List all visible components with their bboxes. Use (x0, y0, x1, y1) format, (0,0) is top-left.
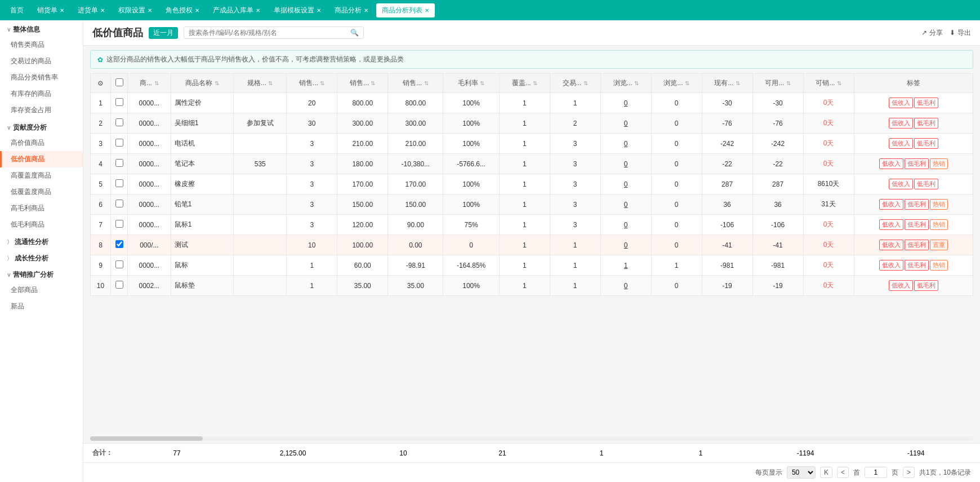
nav-close-permission[interactable]: ✕ (148, 7, 152, 14)
th-sale-qty[interactable]: 销售... ⇅ (287, 74, 337, 93)
collapse-liquidity-icon[interactable]: 〉 (7, 238, 12, 246)
browse1-link[interactable]: 0 (624, 120, 628, 127)
nav-template[interactable]: 单据模板设置 ✕ (268, 3, 327, 17)
th-browse1[interactable]: 浏览... ⇅ (600, 74, 651, 93)
per-page-select[interactable]: 50 100 200 (787, 466, 816, 479)
nav-close-purchase[interactable]: ✕ (100, 7, 105, 14)
cell-browse1[interactable]: 0 (600, 276, 651, 296)
sidebar-item-new-goods[interactable]: 新品 (0, 298, 83, 315)
cell-index: 2 (91, 113, 111, 134)
nav-home[interactable]: 首页 (5, 3, 29, 17)
nav-role[interactable]: 角色授权 ✕ (160, 3, 205, 17)
th-profit-rate[interactable]: 毛利率 ⇅ (443, 74, 499, 93)
cell-browse1[interactable]: 0 (600, 194, 651, 215)
th-trade[interactable]: 交易... ⇅ (550, 74, 600, 93)
sidebar-item-capital[interactable]: 库存资金占用 (0, 102, 83, 118)
collapse-overall-icon[interactable]: ∨ (7, 26, 11, 33)
browse1-link[interactable]: 0 (624, 99, 628, 107)
table-wrapper[interactable]: ⚙ 商... ⇅ 商品名称 ⇅ 规格... ⇅ 销售... ⇅ 销售... ⇅ … (83, 73, 980, 434)
sidebar-item-high-margin[interactable]: 高毛利商品 (0, 200, 83, 216)
th-sale-amount2[interactable]: 销售... ⇅ (388, 74, 443, 93)
th-sale-amount1[interactable]: 销售... ⇅ (337, 74, 388, 93)
sidebar-item-high-value[interactable]: 高价值商品 (0, 135, 83, 151)
cell-browse1[interactable]: 0 (600, 215, 651, 235)
cell-browse1[interactable]: 1 (600, 255, 651, 276)
th-spec[interactable]: 规格... ⇅ (234, 74, 287, 93)
browse1-link[interactable]: 0 (624, 160, 628, 168)
cell-browse1[interactable]: 0 (600, 93, 651, 113)
select-all-checkbox[interactable] (115, 78, 123, 86)
sidebar-item-inventory-goods[interactable]: 有库存的商品 (0, 86, 83, 102)
th-coverage[interactable]: 覆盖... ⇅ (499, 74, 550, 93)
th-settings[interactable]: ⚙ (91, 74, 111, 93)
sidebar-item-sales-goods[interactable]: 销售类商品 (0, 37, 83, 53)
cell-browse1[interactable]: 0 (600, 154, 651, 174)
nav-analysis-list[interactable]: 商品分析列表 ✕ (376, 3, 435, 17)
collapse-contribution-icon[interactable]: ∨ (7, 125, 11, 131)
th-sellable[interactable]: 可销... ⇅ (803, 74, 854, 93)
cell-current: 287 (702, 174, 752, 194)
scroll-thumb[interactable] (90, 436, 203, 441)
browse1-link[interactable]: 0 (624, 282, 628, 290)
sidebar-item-all-goods[interactable]: 全部商品 (0, 282, 83, 298)
th-browse2[interactable]: 浏览... ⇅ (651, 74, 702, 93)
nav-analysis[interactable]: 商品分析 ✕ (329, 3, 374, 17)
nav-close-role[interactable]: ✕ (195, 7, 199, 14)
prev-page-button[interactable]: < (837, 467, 849, 478)
settings-icon[interactable]: ⚙ (97, 79, 104, 87)
nav-close-sales[interactable]: ✕ (60, 7, 64, 14)
sidebar-item-high-coverage[interactable]: 高覆盖度商品 (0, 167, 83, 184)
nav-close-warehouse[interactable]: ✕ (256, 7, 260, 14)
first-page-button[interactable]: K (820, 467, 832, 478)
sidebar-item-low-value[interactable]: 低价值商品 (0, 151, 83, 167)
cell-browse1[interactable]: 0 (600, 113, 651, 134)
next-page-button[interactable]: > (903, 467, 915, 478)
nav-permission[interactable]: 权限设置 ✕ (113, 3, 158, 17)
row-checkbox[interactable] (115, 200, 123, 207)
tag: 低收入 (879, 240, 903, 250)
cell-sale2: -10,380... (388, 154, 443, 174)
browse1-link[interactable]: 0 (624, 221, 628, 229)
browse1-link[interactable]: 0 (624, 140, 628, 148)
row-checkbox[interactable] (115, 281, 123, 289)
browse1-link[interactable]: 0 (624, 201, 628, 209)
nav-close-analysis-list[interactable]: ✕ (425, 7, 429, 14)
browse1-link[interactable]: 0 (624, 180, 628, 188)
cell-browse1[interactable]: 0 (600, 134, 651, 154)
sidebar-item-low-coverage[interactable]: 低覆盖度商品 (0, 184, 83, 200)
sidebar-item-category-rate[interactable]: 商品分类销售率 (0, 69, 83, 86)
row-checkbox[interactable] (115, 260, 123, 268)
th-current[interactable]: 现有... ⇅ (702, 74, 752, 93)
cell-browse1[interactable]: 0 (600, 174, 651, 194)
collapse-marketing-icon[interactable]: ∨ (7, 272, 11, 278)
time-badge[interactable]: 近一月 (149, 27, 178, 39)
row-checkbox[interactable] (115, 159, 123, 167)
search-icon[interactable]: 🔍 (350, 29, 359, 37)
sidebar-item-low-margin[interactable]: 低毛利商品 (0, 216, 83, 233)
page-number-input[interactable] (865, 467, 887, 478)
share-button[interactable]: ↗ 分享 (921, 28, 943, 38)
search-input[interactable] (189, 29, 347, 37)
row-checkbox[interactable] (115, 139, 123, 147)
th-available[interactable]: 可用... ⇅ (752, 74, 803, 93)
export-button[interactable]: ⬇ 导出 (950, 28, 971, 38)
browse1-link[interactable]: 0 (624, 241, 628, 249)
nav-warehouse[interactable]: 产成品入库单 ✕ (207, 3, 266, 17)
row-checkbox[interactable] (115, 98, 123, 106)
total-sale1: 2,125.00 (270, 449, 315, 457)
sidebar-item-traded-goods[interactable]: 交易过的商品 (0, 53, 83, 69)
cell-browse1[interactable]: 0 (600, 235, 651, 255)
nav-close-analysis[interactable]: ✕ (364, 7, 368, 14)
nav-close-template[interactable]: ✕ (317, 7, 321, 14)
th-code[interactable]: 商... ⇅ (128, 74, 171, 93)
row-checkbox[interactable] (115, 240, 123, 248)
browse1-link[interactable]: 1 (624, 262, 628, 269)
th-name[interactable]: 商品名称 ⇅ (171, 74, 234, 93)
row-checkbox[interactable] (115, 179, 123, 187)
nav-sales[interactable]: 销货单 ✕ (32, 3, 70, 17)
row-checkbox[interactable] (115, 118, 123, 126)
row-checkbox[interactable] (115, 220, 123, 228)
collapse-growth-icon[interactable]: 〉 (7, 255, 12, 263)
nav-purchase[interactable]: 进货单 ✕ (72, 3, 110, 17)
horizontal-scrollbar[interactable] (90, 436, 973, 441)
